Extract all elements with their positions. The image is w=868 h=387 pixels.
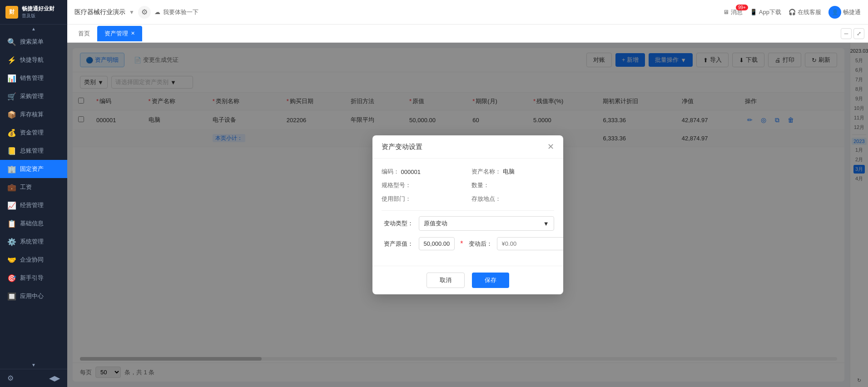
feedback-label: 我要体验一下 [163,8,198,16]
tab-minimize-button[interactable]: ─ [841,28,852,39]
header: 医疗器械行业演示 ▼ ⚙ ☁ 我要体验一下 🖥 消息 99+ 📱 App下载 🎧… [67,0,868,25]
modal-close-button[interactable]: ✕ [547,142,554,152]
change-type-select[interactable]: 原值变动 ▼ [419,216,554,231]
sidebar-item-basic-info[interactable]: 📋 基础信息 [0,214,67,233]
change-type-dropdown-icon: ▼ [543,220,549,227]
tab-asset-label: 资产管理 [104,30,128,38]
original-value-row: 资产原值： 50,000.00 * 变动后： [382,237,554,250]
feedback-button[interactable]: ☁ 我要体验一下 [154,8,198,16]
avatar: 👤 [828,6,841,19]
sidebar-item-app-center[interactable]: 🔲 应用中心 [0,287,67,305]
sidebar-item-operations[interactable]: 📈 经营管理 [0,196,67,214]
sidebar-item-fixed-assets[interactable]: 🏢 固定资产 [0,160,67,178]
messages-button[interactable]: 🖥 消息 99+ [723,8,743,16]
modal-name-field: 资产名称： 电脑 [471,168,554,176]
basic-info-icon: 📋 [7,219,16,228]
sidebar-item-label: 固定资产 [20,165,44,173]
change-type-row: 变动类型： 原值变动 ▼ [382,216,554,231]
app-download-button[interactable]: 📱 App下载 [750,8,781,16]
tab-home[interactable]: 首页 [71,26,97,41]
user-button[interactable]: 👤 畅捷通 [828,6,861,19]
after-change-label: 变动后： [469,240,491,248]
online-service-button[interactable]: 🎧 在线客服 [789,8,821,16]
inventory-icon: 📦 [7,110,16,119]
cancel-button[interactable]: 取消 [427,273,465,288]
sidebar-item-label: 销售管理 [20,74,44,82]
phone-icon: 📱 [750,9,757,15]
after-change-required: * [460,240,463,248]
purchase-icon: 🛒 [7,92,16,101]
sidebar-item-label: 搜索菜单 [20,38,44,46]
sidebar-item-inventory[interactable]: 📦 库存核算 [0,105,67,124]
sidebar-item-search[interactable]: 🔍 搜索菜单 [0,33,67,51]
sidebar: 财 畅捷通好业财 普及版 ▲ 🔍 搜索菜单 ⚡ 快捷导航 📊 销售管理 🛒 采购… [0,0,67,387]
sidebar-item-payroll[interactable]: 💼 工资 [0,178,67,196]
save-button[interactable]: 保存 [472,273,509,288]
spec-label: 规格型号： [382,181,411,189]
sidebar-item-ledger[interactable]: 📒 总账管理 [0,142,67,160]
sidebar-item-guide[interactable]: 🎯 新手引导 [0,269,67,287]
original-value-display: 50,000.00 [419,237,455,250]
sidebar-item-enterprise[interactable]: 🤝 企业协同 [0,251,67,269]
sidebar-item-label: 应用中心 [20,292,44,300]
messages-badge: 99+ [736,5,748,10]
company-name: 医疗器械行业演示 [74,8,125,16]
sidebar-item-label: 企业协同 [20,256,44,264]
after-change-input[interactable] [497,237,563,250]
sidebar-item-label: 总账管理 [20,147,44,155]
app-download-label: App下载 [759,8,781,16]
sidebar-item-system[interactable]: ⚙️ 系统管理 [0,233,67,251]
sidebar-item-label: 工资 [20,183,32,191]
main-area: 医疗器械行业演示 ▼ ⚙ ☁ 我要体验一下 🖥 消息 99+ 📱 App下载 🎧… [67,0,868,387]
app-center-icon: 🔲 [7,292,16,301]
collapse-icon[interactable]: ◀▶ [49,374,60,382]
quick-nav-icon: ⚡ [7,55,16,64]
modal-overlay[interactable]: 资产变动设置 ✕ 编码： 000001 资产名称： 电脑 [67,43,868,387]
change-type-value: 原值变动 [424,219,447,228]
sidebar-item-label: 库存核算 [20,110,44,119]
sidebar-item-sales[interactable]: 📊 销售管理 [0,69,67,87]
sidebar-bottom: ⚙ ◀▶ [0,369,67,387]
sidebar-item-finance[interactable]: 💰 资金管理 [0,124,67,142]
tab-home-label: 首页 [78,30,90,38]
system-icon: ⚙️ [7,237,16,246]
sidebar-item-label: 资金管理 [20,129,44,137]
modal-body: 编码： 000001 资产名称： 电脑 规格型号： 数量： [372,159,563,266]
header-settings-button[interactable]: ⚙ [138,6,151,19]
sidebar-scroll-up[interactable]: ▲ [0,25,67,33]
content-area: 🔵 资产明细 📄 变更生成凭证 对账 + 新增 [67,43,868,387]
tab-maximize-button[interactable]: ⤢ [853,28,864,39]
modal-code-field: 编码： 000001 [382,168,464,176]
sidebar-logo-text: 畅捷通好业财 普及版 [22,5,55,19]
tabs-bar-right: ─ ⤢ [841,28,864,39]
modal-title: 资产变动设置 [382,143,422,151]
username-label: 畅捷通 [843,8,861,16]
name-value: 电脑 [503,168,515,176]
sidebar-item-quick-nav[interactable]: ⚡ 快捷导航 [0,51,67,69]
modal-spec-field: 规格型号： [382,181,464,189]
app-logo-icon: 财 [5,6,18,19]
tab-asset-management[interactable]: 资产管理 ✕ [97,26,142,41]
sidebar-item-label: 经营管理 [20,201,44,209]
tab-close-icon[interactable]: ✕ [131,30,135,36]
modal-header: 资产变动设置 ✕ [372,135,563,159]
original-value-label: 资产原值： [382,240,413,248]
sidebar-item-label: 基础信息 [20,219,44,228]
location-label: 存放地点： [471,195,501,203]
ledger-icon: 📒 [7,146,16,155]
tabs-bar: 首页 资产管理 ✕ ─ ⤢ [67,25,868,43]
sidebar-item-label: 系统管理 [20,238,44,246]
dept-label: 使用部门： [382,195,411,203]
search-icon: 🔍 [7,37,16,46]
modal-location-field: 存放地点： [471,195,554,203]
company-dropdown-arrow[interactable]: ▼ [129,9,134,15]
guide-icon: 🎯 [7,273,16,283]
sidebar-item-label: 采购管理 [20,92,44,100]
settings-icon[interactable]: ⚙ [7,374,14,382]
sidebar-item-purchase[interactable]: 🛒 采购管理 [0,87,67,105]
message-icon: 🖥 [723,9,729,15]
name-label: 资产名称： [471,168,501,176]
code-value: 000001 [401,169,421,175]
sidebar-item-label: 新手引导 [20,274,44,282]
sidebar-scroll-down[interactable]: ▼ [0,361,67,369]
